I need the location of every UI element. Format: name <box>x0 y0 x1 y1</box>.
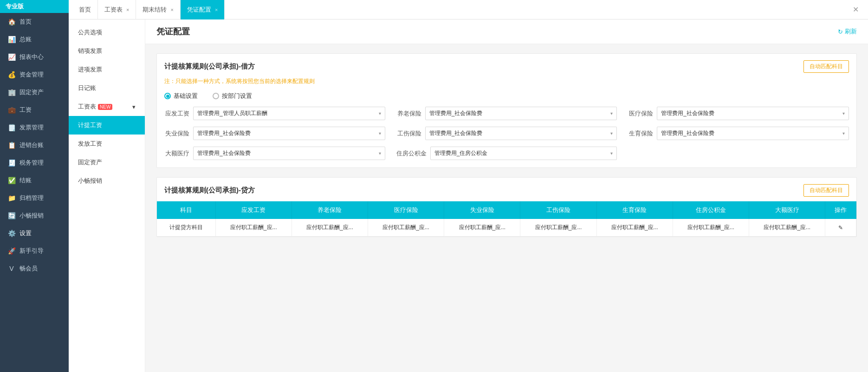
sidebar-item-vip[interactable]: V畅会员 <box>0 260 69 277</box>
sidebar-icon-stock: 📋 <box>7 141 16 149</box>
sidebar-label-assets: 固定资产 <box>19 88 44 96</box>
tab-close-icon[interactable]: × <box>126 7 129 13</box>
tab-label: 凭证配置 <box>187 6 211 14</box>
nav-item-发放工资[interactable]: 发放工资 <box>69 135 145 153</box>
chevron-down-icon: ▾ <box>842 111 845 116</box>
field-label: 住房公积金 <box>396 149 427 158</box>
sidebar-label-settings: 设置 <box>19 229 32 237</box>
chevron-down-icon: ▾ <box>379 111 381 116</box>
field-生育保险: 生育保险 管理费用_社会保险费 ▾ <box>628 127 849 140</box>
nav-item-日记账[interactable]: 日记账 <box>69 79 145 97</box>
nav-item-销项发票[interactable]: 销项发票 <box>69 42 145 60</box>
sidebar: 专业版 🏠首页📊总账📈报表中心💰资金管理🏢固定资产💼工资🗒️发票管理📋进销台账🧾… <box>0 0 69 372</box>
sidebar-item-reports[interactable]: 📈报表中心 <box>0 48 69 66</box>
radio-basic[interactable]: 基础设置 <box>164 92 198 100</box>
tab-凭证配置[interactable]: 凭证配置× <box>181 0 225 19</box>
field-select-失业保险[interactable]: 管理费用_社会保险费 ▾ <box>193 127 385 140</box>
nav-item-进项发票[interactable]: 进项发票 <box>69 60 145 79</box>
field-select-工伤保险[interactable]: 管理费用_社会保险费 ▾ <box>425 127 617 140</box>
tab-工资表[interactable]: 工资表× <box>98 0 136 19</box>
page-body: 公共选项销项发票进项发票日记账工资表NEW▾计提工资发放工资固定资产小畅报销 凭… <box>69 19 868 372</box>
nav-item-计提工资[interactable]: 计提工资 <box>69 116 145 135</box>
sidebar-label-home: 首页 <box>19 18 32 26</box>
table-head: 科目应发工资养老保险医疗保险失业保险工伤保险生育保险住房公积金大额医疗操作 <box>157 201 856 219</box>
sidebar-item-stock[interactable]: 📋进销台账 <box>0 136 69 154</box>
sidebar-item-expense[interactable]: 🔄小畅报销 <box>0 207 69 224</box>
data-cell: 应付职工薪酬_应... <box>749 219 825 237</box>
radio-dept[interactable]: 按部门设置 <box>213 92 252 100</box>
action-cell[interactable]: ✎ <box>825 219 856 237</box>
field-select-大额医疗[interactable]: 管理费用_社会保险费 ▾ <box>193 147 385 160</box>
nav-item-公共选项[interactable]: 公共选项 <box>69 23 145 42</box>
section1-header: 计提核算规则(公司承担)-借方 自动匹配科目 <box>157 54 856 77</box>
field-工伤保险: 工伤保险 管理费用_社会保险费 ▾ <box>396 127 617 140</box>
sidebar-icon-salary: 💼 <box>7 106 16 114</box>
sidebar-item-invoice[interactable]: 🗒️发票管理 <box>0 119 69 136</box>
sidebar-item-finance[interactable]: 💰资金管理 <box>0 66 69 83</box>
main: 首页工资表×期末结转×凭证配置× ✕ 公共选项销项发票进项发票日记账工资表NEW… <box>69 0 868 372</box>
field-value: 管理费用_社会保险费 <box>429 109 483 117</box>
chevron-down-icon: ▾ <box>379 131 381 136</box>
th-生育保险: 生育保险 <box>596 201 673 219</box>
nav-item-固定资产[interactable]: 固定资产 <box>69 153 145 172</box>
close-all-icon[interactable]: ✕ <box>847 5 864 14</box>
radio-basic-label: 基础设置 <box>174 92 198 100</box>
field-value: 管理费用_社会保险费 <box>661 109 714 117</box>
tab-label: 首页 <box>79 6 91 14</box>
th-住房公积金: 住房公积金 <box>673 201 749 219</box>
left-nav: 公共选项销项发票进项发票日记账工资表NEW▾计提工资发放工资固定资产小畅报销 <box>69 19 145 372</box>
table-wrapper: 科目应发工资养老保险医疗保险失业保险工伤保险生育保险住房公积金大额医疗操作 计提… <box>157 201 856 237</box>
field-select-住房公积金[interactable]: 管理费用_住房公积金 ▾ <box>430 147 617 160</box>
tab-label: 工资表 <box>104 6 123 14</box>
tab-close-icon[interactable]: × <box>215 7 218 13</box>
sidebar-item-settings[interactable]: ⚙️设置 <box>0 224 69 242</box>
refresh-button[interactable]: ↻ 刷新 <box>838 27 857 36</box>
sidebar-label-salary: 工资 <box>19 106 32 114</box>
nav-item-工资表[interactable]: 工资表NEW▾ <box>69 97 145 116</box>
sidebar-icon-settings: ⚙️ <box>7 230 16 237</box>
field-select-应发工资[interactable]: 管理费用_管理人员职工薪酬 ▾ <box>193 107 385 120</box>
chevron-down-icon: ▾ <box>610 111 613 116</box>
chevron-down-icon: ▾ <box>379 151 381 156</box>
sidebar-item-guide[interactable]: 🚀新手引导 <box>0 242 69 260</box>
sidebar-icon-assets: 🏢 <box>7 89 16 96</box>
sidebar-icon-tax: 🧾 <box>7 159 16 167</box>
field-value: 管理费用_社会保险费 <box>429 129 483 137</box>
auto-match-button-2[interactable]: 自动匹配科目 <box>803 184 849 197</box>
data-cell: 应付职工薪酬_应... <box>596 219 673 237</box>
sidebar-item-home[interactable]: 🏠首页 <box>0 13 69 31</box>
field-label: 大额医疗 <box>164 149 189 158</box>
sidebar-label-invoice: 发票管理 <box>19 123 44 132</box>
tab-期末结转[interactable]: 期末结转× <box>136 0 180 19</box>
sidebar-label-ledger: 总账 <box>19 35 32 44</box>
sidebar-label-expense: 小畅报销 <box>19 212 44 220</box>
sidebar-icon-checkout: ✅ <box>7 177 16 184</box>
field-label: 应发工资 <box>164 109 189 118</box>
field-select-养老保险[interactable]: 管理费用_社会保险费 ▾ <box>425 107 617 120</box>
field-select-生育保险[interactable]: 管理费用_社会保险费 ▾ <box>657 127 849 140</box>
sidebar-label-finance: 资金管理 <box>19 71 44 79</box>
field-label: 失业保险 <box>164 129 189 138</box>
nav-badge-new: NEW <box>98 104 112 110</box>
sidebar-item-archive[interactable]: 📁归档管理 <box>0 189 69 207</box>
sidebar-item-checkout[interactable]: ✅结账 <box>0 172 69 189</box>
tab-label: 期末结转 <box>143 6 167 14</box>
section2-header: 计提核算规则(公司承担)-贷方 自动匹配科目 <box>157 178 856 201</box>
sidebar-item-assets[interactable]: 🏢固定资产 <box>0 83 69 101</box>
sidebar-item-ledger[interactable]: 📊总账 <box>0 31 69 48</box>
auto-match-button-1[interactable]: 自动匹配科目 <box>803 60 849 73</box>
field-label: 养老保险 <box>396 109 421 118</box>
app-title: 专业版 <box>6 2 24 11</box>
sidebar-label-archive: 归档管理 <box>19 194 44 202</box>
sidebar-icon-expense: 🔄 <box>7 212 16 219</box>
tab-close-icon[interactable]: × <box>170 7 173 13</box>
sidebar-item-tax[interactable]: 🧾税务管理 <box>0 154 69 172</box>
sidebar-icon-archive: 📁 <box>7 194 16 202</box>
nav-label: 销项发票 <box>78 47 102 55</box>
radio-row: 基础设置 按部门设置 <box>157 90 856 107</box>
th-操作: 操作 <box>825 201 856 219</box>
nav-item-小畅报销[interactable]: 小畅报销 <box>69 172 145 190</box>
tab-首页[interactable]: 首页 <box>72 0 98 19</box>
field-select-医疗保险[interactable]: 管理费用_社会保险费 ▾ <box>657 107 849 120</box>
sidebar-item-salary[interactable]: 💼工资 <box>0 101 69 119</box>
